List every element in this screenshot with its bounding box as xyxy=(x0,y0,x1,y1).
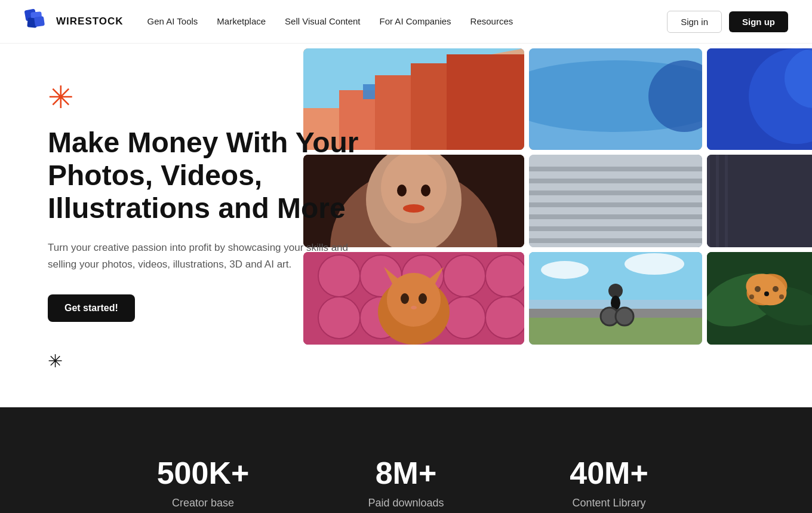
hero-title: Make Money With Your Photos, Videos, Ill… xyxy=(48,126,370,225)
photo-cell-abstract xyxy=(529,48,702,150)
cta-button[interactable]: Get started! xyxy=(48,294,135,322)
photo-cell-dark xyxy=(707,155,812,247)
stat-creator-base: 500K+ Creator base xyxy=(102,443,304,513)
svg-point-59 xyxy=(541,261,589,279)
svg-point-70 xyxy=(764,291,769,296)
svg-point-41 xyxy=(444,255,485,297)
nav-item-ai-companies[interactable]: For AI Companies xyxy=(380,16,451,26)
navbar-left: WIRESTOCK Gen AI Tools Marketplace Sell … xyxy=(24,8,513,35)
svg-point-46 xyxy=(444,297,485,339)
stat-number-creators: 500K+ xyxy=(125,455,281,491)
svg-rect-31 xyxy=(529,226,702,231)
svg-rect-26 xyxy=(529,167,702,171)
svg-point-53 xyxy=(419,293,427,304)
svg-rect-30 xyxy=(529,214,702,219)
nav-links: Gen AI Tools Marketplace Sell Visual Con… xyxy=(147,16,513,27)
svg-point-54 xyxy=(411,306,417,309)
nav-item-genai[interactable]: Gen AI Tools xyxy=(147,16,198,26)
svg-rect-32 xyxy=(529,238,702,243)
svg-point-23 xyxy=(421,185,430,196)
svg-rect-33 xyxy=(707,155,812,247)
hero-subtitle: Turn your creative passion into profit b… xyxy=(48,239,370,273)
svg-point-60 xyxy=(625,253,684,275)
svg-rect-35 xyxy=(716,155,719,247)
svg-point-71 xyxy=(755,286,761,292)
stat-paid-downloads: 8M+ Paid downloads xyxy=(304,443,508,513)
svg-point-42 xyxy=(485,255,524,297)
stats-section: 500K+ Creator base 8M+ Paid downloads 40… xyxy=(0,407,812,513)
svg-rect-36 xyxy=(725,155,728,247)
svg-point-74 xyxy=(779,294,784,299)
signup-button[interactable]: Sign up xyxy=(729,11,788,32)
hero-section: ✳ Make Money With Your Photos, Videos, I… xyxy=(0,44,812,407)
photo-cell-building xyxy=(529,155,702,247)
svg-point-47 xyxy=(485,297,524,339)
logo-link[interactable]: WIRESTOCK xyxy=(24,8,124,35)
stat-label-downloads: Paid downloads xyxy=(328,497,484,509)
logo-wordmark: WIRESTOCK xyxy=(56,16,124,27)
photo-cell-blue xyxy=(707,48,812,150)
photo-cell-cyclist xyxy=(529,252,702,345)
signin-button[interactable]: Sign in xyxy=(667,11,722,33)
nav-item-resources[interactable]: Resources xyxy=(470,16,513,26)
asterisk-icon: ✳ xyxy=(48,351,370,371)
logo-icon xyxy=(24,8,50,35)
stat-label-creators: Creator base xyxy=(125,497,281,509)
starburst-icon: ✳ xyxy=(48,79,370,115)
svg-rect-27 xyxy=(529,179,702,183)
svg-point-72 xyxy=(773,286,779,292)
nav-item-sell[interactable]: Sell Visual Content xyxy=(285,16,360,26)
nav-item-marketplace[interactable]: Marketplace xyxy=(217,16,266,26)
photo-cell-butterfly xyxy=(707,252,812,345)
hero-content: ✳ Make Money With Your Photos, Videos, I… xyxy=(0,44,406,407)
svg-rect-28 xyxy=(529,191,702,195)
svg-point-24 xyxy=(403,204,425,213)
svg-rect-29 xyxy=(529,202,702,207)
stat-content-library: 40M+ Content Library xyxy=(508,443,710,513)
stat-number-library: 40M+ xyxy=(531,455,687,491)
stat-number-downloads: 8M+ xyxy=(328,455,484,491)
svg-rect-3 xyxy=(34,16,45,27)
svg-point-64 xyxy=(616,308,633,325)
navbar-right: Sign in Sign up xyxy=(667,11,788,33)
navbar: WIRESTOCK Gen AI Tools Marketplace Sell … xyxy=(0,0,812,44)
svg-point-73 xyxy=(749,294,754,299)
svg-rect-34 xyxy=(707,155,710,247)
svg-rect-10 xyxy=(447,54,524,150)
stat-label-library: Content Library xyxy=(531,497,687,509)
